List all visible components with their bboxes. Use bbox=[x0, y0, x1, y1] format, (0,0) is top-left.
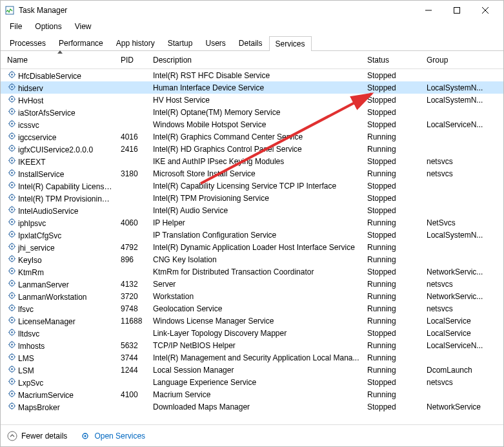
table-row[interactable]: LanmanWorkstation3720WorkstationRunningN… bbox=[1, 290, 503, 302]
svg-rect-2 bbox=[454, 8, 460, 14]
tab-details[interactable]: Details bbox=[232, 36, 269, 50]
header-group[interactable]: Group bbox=[423, 56, 487, 65]
service-gear-icon bbox=[7, 389, 16, 398]
cell-status: Running bbox=[363, 132, 423, 141]
cell-name: LxpSvc bbox=[3, 377, 117, 388]
table-row[interactable]: LSM1244Local Session ManagerRunningDcomL… bbox=[1, 364, 503, 376]
cell-description: TCP/IP NetBIOS Helper bbox=[149, 341, 363, 350]
cell-status: Running bbox=[363, 353, 423, 362]
open-services-link[interactable]: Open Services bbox=[80, 431, 145, 441]
menu-file[interactable]: File bbox=[5, 21, 27, 32]
table-row[interactable]: jhi_service4792Intel(R) Dynamic Applicat… bbox=[1, 241, 503, 253]
cell-status: Stopped bbox=[363, 378, 423, 387]
table-row[interactable]: LxpSvcLanguage Experience ServiceStopped… bbox=[1, 376, 503, 388]
table-row[interactable]: lmhosts5632TCP/IP NetBIOS HelperRunningL… bbox=[1, 339, 503, 351]
svg-point-168 bbox=[11, 405, 13, 407]
cell-group: netsvcs bbox=[423, 169, 487, 178]
tab-processes[interactable]: Processes bbox=[3, 36, 52, 50]
table-row[interactable]: MapsBrokerDownloaded Maps ManagerStopped… bbox=[1, 400, 503, 413]
header-description[interactable]: Description bbox=[149, 56, 363, 65]
cell-name: LicenseManager bbox=[3, 315, 117, 326]
table-row[interactable]: hidservHuman Interface Device ServiceSto… bbox=[1, 81, 503, 94]
svg-point-12 bbox=[11, 86, 13, 88]
tab-startup[interactable]: Startup bbox=[161, 36, 199, 50]
table-row[interactable]: HfcDisableServiceIntel(R) RST HFC Disabl… bbox=[1, 69, 503, 81]
column-headers: Name PID Description Status Group bbox=[1, 51, 503, 69]
tabstrip: ProcessesPerformanceApp historyStartupUs… bbox=[1, 36, 503, 51]
cell-description: Intel(R) Audio Service bbox=[149, 206, 363, 215]
cell-description: Geolocation Service bbox=[149, 304, 363, 313]
tab-app-history[interactable]: App history bbox=[110, 36, 161, 50]
table-row[interactable]: lfsvc9748Geolocation ServiceRunningnetsv… bbox=[1, 302, 503, 315]
table-row[interactable]: LanmanServer4132ServerRunningnetsvcs bbox=[1, 278, 503, 290]
close-button[interactable] bbox=[471, 1, 499, 19]
table-row[interactable]: iaStorAfsServiceIntel(R) Optane(TM) Memo… bbox=[1, 106, 503, 118]
cell-name: KeyIso bbox=[3, 254, 117, 265]
service-gear-icon bbox=[7, 156, 16, 165]
table-row[interactable]: InstallService3180Microsoft Store Instal… bbox=[1, 167, 503, 180]
tab-performance[interactable]: Performance bbox=[52, 36, 110, 50]
cell-description: Intel(R) HD Graphics Control Panel Servi… bbox=[149, 145, 363, 154]
table-row[interactable]: iphlpsvc4060IP HelperRunningNetSvcs bbox=[1, 216, 503, 229]
minimize-button[interactable] bbox=[414, 1, 443, 19]
table-row[interactable]: IntelAudioServiceIntel(R) Audio ServiceS… bbox=[1, 204, 503, 216]
service-gear-icon bbox=[7, 291, 16, 300]
service-gear-icon bbox=[7, 401, 16, 410]
cell-name: Intel(R) Capability Licensin... bbox=[3, 180, 117, 191]
cell-group: NetworkServic... bbox=[423, 267, 487, 276]
cell-pid: 4132 bbox=[117, 280, 149, 289]
cell-status: Stopped bbox=[363, 120, 423, 129]
svg-point-150 bbox=[11, 368, 13, 370]
cell-description: IKE and AuthIP IPsec Keying Modules bbox=[149, 157, 363, 166]
table-row[interactable]: lltdsvcLink-Layer Topology Discovery Map… bbox=[1, 327, 503, 339]
cell-name: igfxCUIService2.0.0.0 bbox=[3, 143, 117, 154]
cell-name: iaStorAfsService bbox=[3, 107, 117, 118]
table-row[interactable]: IKEEXTIKE and AuthIP IPsec Keying Module… bbox=[1, 155, 503, 167]
table-row[interactable]: Intel(R) Capability Licensin...Intel(R) … bbox=[1, 180, 503, 192]
header-status[interactable]: Status bbox=[363, 56, 423, 65]
cell-group: netsvcs bbox=[423, 280, 487, 289]
table-row[interactable]: LMS3744Intel(R) Management and Security … bbox=[1, 351, 503, 364]
maximize-button[interactable] bbox=[443, 1, 471, 19]
service-gear-icon bbox=[7, 315, 16, 324]
service-gear-icon bbox=[7, 70, 16, 79]
cell-status: Stopped bbox=[363, 329, 423, 338]
table-row[interactable]: HvHostHV Host ServiceStoppedLocalSystemN… bbox=[1, 94, 503, 106]
menubar: File Options View bbox=[1, 20, 503, 33]
fewer-details-button[interactable]: Fewer details bbox=[7, 431, 67, 441]
cell-group: LocalServiceN... bbox=[423, 120, 487, 129]
service-gear-icon bbox=[7, 266, 16, 275]
menu-view[interactable]: View bbox=[70, 21, 97, 32]
table-row[interactable]: KeyIso896CNG Key IsolationRunning bbox=[1, 253, 503, 265]
cell-group: NetworkServic... bbox=[423, 292, 487, 301]
cell-description: Windows Mobile Hotspot Service bbox=[149, 120, 363, 129]
service-gear-icon bbox=[7, 327, 16, 337]
table-row[interactable]: IpxlatCfgSvcIP Translation Configuration… bbox=[1, 229, 503, 241]
table-row[interactable]: igccservice4016Intel(R) Graphics Command… bbox=[1, 130, 503, 143]
table-row[interactable]: LicenseManager11688Windows License Manag… bbox=[1, 315, 503, 327]
tab-users[interactable]: Users bbox=[199, 36, 232, 50]
svg-point-144 bbox=[11, 356, 13, 358]
services-list[interactable]: HfcDisableServiceIntel(R) RST HFC Disabl… bbox=[1, 69, 503, 426]
table-row[interactable]: Intel(R) TPM Provisioning S...Intel(R) T… bbox=[1, 192, 503, 204]
table-row[interactable]: igfxCUIService2.0.0.02416Intel(R) HD Gra… bbox=[1, 143, 503, 155]
cell-group: netsvcs bbox=[423, 157, 487, 166]
cell-name: LanmanWorkstation bbox=[3, 291, 117, 302]
menu-options[interactable]: Options bbox=[30, 21, 66, 32]
cell-group: NetworkService bbox=[423, 402, 487, 411]
cell-group: DcomLaunch bbox=[423, 366, 487, 375]
svg-point-48 bbox=[11, 160, 13, 161]
svg-point-90 bbox=[11, 245, 13, 247]
cell-group: LocalService bbox=[423, 329, 487, 338]
cell-name: HvHost bbox=[3, 94, 117, 105]
cell-pid: 5632 bbox=[117, 341, 149, 350]
header-pid[interactable]: PID bbox=[117, 56, 149, 65]
table-row[interactable]: MacriumService4100Macrium ServiceRunning bbox=[1, 388, 503, 400]
svg-point-72 bbox=[11, 209, 13, 211]
cell-pid: 1244 bbox=[117, 366, 149, 375]
table-row[interactable]: KtmRmKtmRm for Distributed Transaction C… bbox=[1, 265, 503, 278]
cell-group: netsvcs bbox=[423, 304, 487, 313]
tab-services[interactable]: Services bbox=[269, 36, 312, 51]
table-row[interactable]: icssvcWindows Mobile Hotspot ServiceStop… bbox=[1, 118, 503, 130]
header-name[interactable]: Name bbox=[3, 56, 117, 65]
